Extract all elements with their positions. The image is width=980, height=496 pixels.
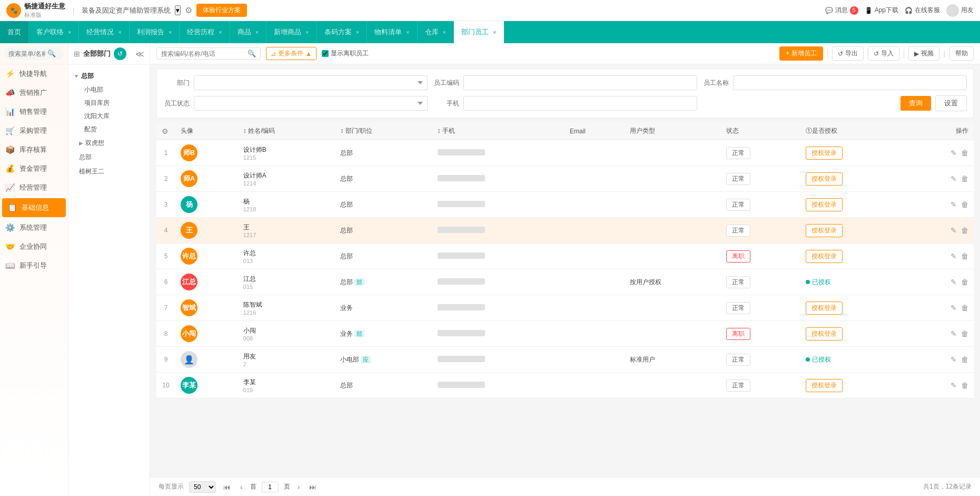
user-item[interactable]: 用友 xyxy=(946,4,974,17)
dept-tree-item-zongbu[interactable]: 总部 xyxy=(68,150,150,164)
tab-new-goods[interactable]: 新增商品 × xyxy=(266,21,316,43)
edit-btn[interactable]: ✎ xyxy=(951,355,957,364)
sidebar-item-sales[interactable]: 📊 销售管理 xyxy=(0,102,68,121)
toolbar-right: + 新增员工 ↺ 导出 ↺ 导入 ▶ 视频 | xyxy=(779,46,974,61)
row-num: 3 xyxy=(156,192,175,218)
reset-btn[interactable]: 设置 xyxy=(935,95,967,111)
edit-btn[interactable]: ✎ xyxy=(951,149,957,157)
sidebar-item-basic-info[interactable]: 📋 基础信息 xyxy=(2,198,66,217)
filter-status-select[interactable] xyxy=(194,96,428,111)
tab-operation[interactable]: 经营情况 × xyxy=(79,21,129,43)
filter-phone-input[interactable] xyxy=(463,96,697,111)
dept-tree-item-root[interactable]: ▼ 总部 xyxy=(68,69,150,83)
delete-btn[interactable]: 🗑 xyxy=(961,200,968,209)
online-service-item[interactable]: 🎧 在线客服 xyxy=(905,6,940,15)
tab-dept-staff[interactable]: 部门员工 × xyxy=(454,21,504,43)
auth-login-btn[interactable]: 授权登录 xyxy=(806,224,843,237)
delete-btn[interactable]: 🗑 xyxy=(961,329,968,338)
dept-tree-subitem-peihuo[interactable]: 配货 xyxy=(68,123,150,136)
sidebar-item-fast-nav[interactable]: ⚡ 快捷导航 xyxy=(0,64,68,83)
edit-btn[interactable]: ✎ xyxy=(951,278,957,286)
sidebar-item-operation[interactable]: 📈 经营管理 xyxy=(0,178,68,197)
sidebar-search-input[interactable] xyxy=(8,50,45,57)
delete-btn[interactable]: 🗑 xyxy=(961,174,968,183)
app-download-item[interactable]: 📱 App下载 xyxy=(865,6,898,15)
dept-refresh-btn[interactable]: ↺ xyxy=(114,47,126,60)
edit-btn[interactable]: ✎ xyxy=(951,226,957,235)
th-phone[interactable]: ↕ 手机 xyxy=(432,122,565,140)
dept-tree-subitem-project[interactable]: 项目库房 xyxy=(68,96,150,110)
import-btn[interactable]: ↺ 导入 xyxy=(868,46,899,61)
th-name[interactable]: ↕ 姓名/编码 xyxy=(238,122,335,140)
query-btn[interactable]: 查询 xyxy=(900,96,931,111)
delete-btn[interactable]: 🗑 xyxy=(961,355,968,364)
search-input[interactable] xyxy=(161,50,245,57)
auth-login-btn[interactable]: 授权登录 xyxy=(806,327,843,341)
delete-btn[interactable]: 🗑 xyxy=(961,226,968,235)
sidebar-item-inventory[interactable]: 📦 库存核算 xyxy=(0,140,68,159)
auth-login-btn[interactable]: 授权登录 xyxy=(806,198,843,211)
edit-btn[interactable]: ✎ xyxy=(951,200,957,209)
edit-btn[interactable]: ✎ xyxy=(951,304,957,312)
edit-btn[interactable]: ✎ xyxy=(951,174,957,183)
filter-empcode-input[interactable] xyxy=(463,75,697,90)
sidebar-item-finance[interactable]: 💰 资金管理 xyxy=(0,159,68,178)
add-employee-btn[interactable]: + 新增员工 xyxy=(779,46,823,61)
tab-customer[interactable]: 客户联络 × xyxy=(29,21,79,43)
messages-item[interactable]: 💬 消息 5 xyxy=(825,6,858,15)
delete-btn[interactable]: 🗑 xyxy=(961,381,968,390)
sidebar-item-marketing[interactable]: 📣 营销推广 xyxy=(0,83,68,102)
page-input[interactable] xyxy=(262,482,279,492)
view-btn[interactable]: ▶ 视频 xyxy=(908,46,939,61)
tab-warehouse[interactable]: 仓库 × xyxy=(418,21,454,43)
th-dept[interactable]: ↕ 部门/职位 xyxy=(335,122,432,140)
sidebar-item-guide[interactable]: 📖 新手引导 xyxy=(0,256,68,275)
dept-tree-item-zhishu[interactable]: 植树王二 xyxy=(68,164,150,179)
filter-empname-input[interactable] xyxy=(733,75,967,90)
dept-collapse-btn[interactable]: ≪ xyxy=(135,49,144,59)
show-resigned-checkbox[interactable] xyxy=(322,50,329,57)
dept-tree-subitem-xiaodian[interactable]: 小电部 xyxy=(68,83,150,96)
edit-btn[interactable]: ✎ xyxy=(951,329,957,338)
settings-btn[interactable]: ⚙ xyxy=(185,5,192,15)
tab-home[interactable]: 首页 xyxy=(0,21,29,43)
dept-tree-item-shuanghuxiang[interactable]: ▶ 双虎想 xyxy=(68,136,150,150)
filter-dept-select[interactable] xyxy=(194,75,428,90)
sidebar-item-collab[interactable]: 🤝 企业协同 xyxy=(0,237,68,256)
next-page-btn[interactable]: › xyxy=(295,483,302,491)
tab-profit[interactable]: 利润报告 × xyxy=(130,21,180,43)
settings-icon[interactable]: ⚙ xyxy=(162,127,169,135)
row-email xyxy=(565,218,625,244)
first-page-btn[interactable]: ⏮ xyxy=(221,483,233,491)
all-dept-label: 全部部门 xyxy=(83,49,111,59)
auth-login-btn[interactable]: 授权登录 xyxy=(806,147,843,160)
more-filter-btn[interactable]: ⊿ 更多条件 ▲ xyxy=(266,47,316,60)
th-settings[interactable]: ⚙ xyxy=(156,122,175,140)
delete-btn[interactable]: 🗑 xyxy=(961,252,968,260)
prev-page-btn[interactable]: ‹ xyxy=(238,483,245,491)
page-size-select[interactable]: 50 100 xyxy=(189,481,216,493)
auth-login-btn[interactable]: 授权登录 xyxy=(806,379,843,392)
export-btn[interactable]: ↺ 导出 xyxy=(832,46,864,61)
delete-btn[interactable]: 🗑 xyxy=(961,278,968,286)
auth-login-btn[interactable]: 授权登录 xyxy=(806,302,843,315)
sidebar-item-purchase[interactable]: 🛒 采购管理 xyxy=(0,121,68,140)
tab-barcode[interactable]: 条码方案 × xyxy=(317,21,367,43)
delete-btn[interactable]: 🗑 xyxy=(961,304,968,312)
show-resigned-label[interactable]: 显示离职员工 xyxy=(322,49,369,58)
tab-goods[interactable]: 商品 × xyxy=(230,21,266,43)
delete-btn[interactable]: 🗑 xyxy=(961,149,968,157)
last-page-btn[interactable]: ⏭ xyxy=(307,483,319,491)
row-name: 许总013 xyxy=(238,244,335,269)
dept-tree-subitem-shenyang[interactable]: 沈阳大库 xyxy=(68,110,150,123)
auth-login-btn[interactable]: 授权登录 xyxy=(806,250,843,263)
trial-btn[interactable]: 体验行业方案 xyxy=(196,4,247,17)
tab-history[interactable]: 经营历程 × xyxy=(180,21,230,43)
system-title-arrow[interactable]: ▾ xyxy=(175,5,181,15)
help-btn[interactable]: 帮助 xyxy=(949,46,974,61)
edit-btn[interactable]: ✎ xyxy=(951,381,957,390)
auth-login-btn[interactable]: 授权登录 xyxy=(806,172,843,186)
edit-btn[interactable]: ✎ xyxy=(951,252,957,260)
sidebar-item-system[interactable]: ⚙️ 系统管理 xyxy=(0,218,68,237)
tab-bom[interactable]: 物料清单 × xyxy=(367,21,417,43)
